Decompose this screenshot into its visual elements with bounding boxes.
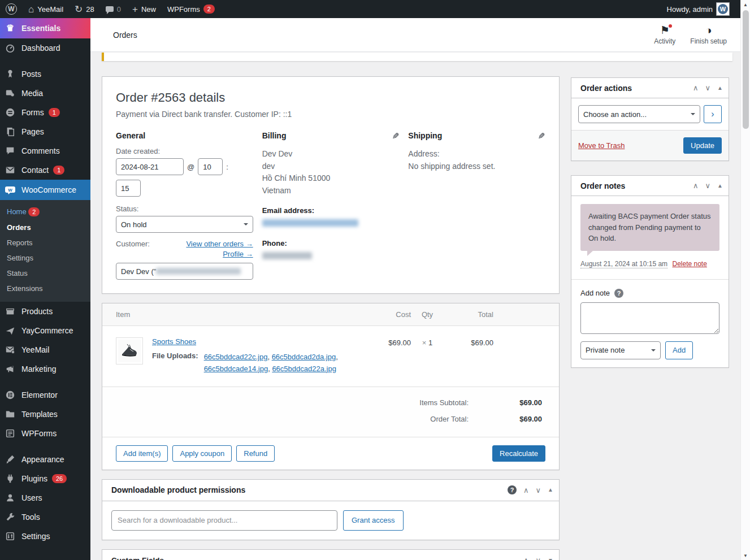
file-upload-link[interactable]: 66c5bddcad22c.jpg — [204, 353, 268, 361]
submenu-item-reports[interactable]: Reports — [0, 235, 90, 250]
user-icon — [5, 493, 16, 503]
view-other-orders-link[interactable]: View other orders → — [186, 240, 253, 248]
svg-text:W: W — [8, 188, 12, 193]
note-date[interactable]: August 21, 2024 at 10:15 am — [580, 260, 667, 268]
wordpress-logo-menu[interactable]: W — [0, 0, 23, 18]
product-link[interactable]: Sports Shoes — [152, 337, 196, 346]
wordpress-logo-icon: W — [6, 3, 17, 15]
add-note-textarea[interactable] — [580, 302, 719, 334]
finish-setup-button[interactable]: ◑ Finish setup — [690, 25, 727, 45]
downloadable-search-input[interactable] — [111, 510, 337, 531]
move-down-icon[interactable]: ∨ — [536, 487, 541, 494]
sidebar-item-marketing[interactable]: Marketing — [0, 359, 90, 379]
scrollbar[interactable]: ▲ ▼ — [740, 0, 750, 560]
wpforms-menu[interactable]: WPForms 2 — [162, 0, 220, 18]
file-upload-link[interactable]: 66c5bddcad22a.jpg — [272, 364, 336, 373]
megaphone-icon — [5, 364, 16, 374]
phone-label: Phone: — [262, 239, 400, 248]
move-down-icon[interactable]: ∨ — [705, 84, 711, 92]
customer-select[interactable]: Dev Dev (" — [116, 263, 253, 280]
sidebar-item-settings[interactable]: Settings — [0, 527, 90, 546]
profile-link[interactable]: Profile → — [186, 250, 253, 258]
collapse-icon[interactable]: ▲ — [548, 487, 553, 493]
recalculate-button[interactable]: Recalculate — [492, 445, 545, 462]
sidebar-separator — [0, 443, 90, 450]
apply-coupon-button[interactable]: Apply coupon — [172, 445, 232, 462]
activity-button[interactable]: ⚑ Activity — [654, 25, 675, 45]
order-date-input[interactable] — [116, 158, 184, 175]
file-upload-link[interactable]: 66c5bddcad2da.jpg — [272, 353, 336, 361]
move-up-icon[interactable]: ∧ — [523, 557, 529, 560]
help-icon[interactable]: ? — [508, 485, 517, 494]
order-status-select[interactable]: On hold — [116, 216, 253, 233]
comments-menu[interactable]: 0 — [100, 0, 127, 18]
add-note-help-icon[interactable]: ? — [614, 289, 623, 298]
order-hour-input[interactable] — [198, 158, 223, 175]
move-down-icon[interactable]: ∨ — [536, 557, 541, 560]
sidebar-item-woocommerce[interactable]: W WooCommerce — [0, 180, 90, 200]
sidebar-item-dashboard[interactable]: Dashboard — [0, 38, 90, 58]
order-action-select[interactable]: Choose an action... — [578, 105, 700, 123]
sidebar-item-elementor[interactable]: Elementor — [0, 385, 90, 405]
plugins-badge: 26 — [52, 474, 67, 483]
scroll-down-arrow[interactable]: ▼ — [741, 551, 750, 560]
updates-menu[interactable]: ↻ 28 — [69, 0, 100, 18]
sidebar-item-yaycommerce[interactable]: YayCommerce — [0, 321, 90, 340]
move-up-icon[interactable]: ∧ — [693, 182, 699, 189]
billing-country: Vietnam — [262, 185, 400, 197]
sidebar-item-templates[interactable]: Templates — [0, 405, 90, 424]
redacted-billing-phone — [262, 252, 312, 259]
add-note-button[interactable]: Add — [665, 341, 693, 359]
update-button[interactable]: Update — [683, 137, 722, 154]
order-total-value: $69.00 — [469, 415, 542, 423]
sidebar-item-comments[interactable]: Comments — [0, 141, 90, 160]
refund-button[interactable]: Refund — [236, 445, 275, 462]
collapse-icon[interactable]: ▼ — [548, 558, 553, 560]
sidebar-item-pages[interactable]: Pages — [0, 122, 90, 141]
sidebar-item-tools[interactable]: Tools — [0, 507, 90, 527]
sidebar-item-products[interactable]: Products — [0, 302, 90, 321]
grant-access-button[interactable]: Grant access — [343, 510, 404, 531]
scrollbar-thumb[interactable] — [743, 10, 749, 129]
sidebar-item-wpforms[interactable]: WPForms — [0, 424, 90, 443]
edit-billing-pencil-icon[interactable]: ✎ — [392, 131, 400, 141]
move-up-icon[interactable]: ∧ — [523, 487, 529, 494]
edit-shipping-pencil-icon[interactable]: ✎ — [538, 131, 545, 141]
sidebar-item-essentials[interactable]: ♛ Essentials — [0, 18, 90, 38]
sidebar-item-posts[interactable]: Posts — [0, 64, 90, 84]
submenu-item-status[interactable]: Status — [0, 266, 90, 281]
sidebar-item-media[interactable]: Media — [0, 84, 90, 103]
scroll-up-arrow[interactable]: ▲ — [741, 0, 750, 9]
move-up-icon[interactable]: ∧ — [693, 84, 699, 92]
note-type-select[interactable]: Private note — [580, 341, 661, 359]
sidebar-item-users[interactable]: Users — [0, 488, 90, 507]
submenu-item-orders[interactable]: Orders — [0, 220, 90, 235]
billing-heading: Billing — [262, 131, 287, 140]
submenu-item-extensions[interactable]: Extensions — [0, 281, 90, 296]
forms-badge: 1 — [49, 108, 60, 117]
move-to-trash-link[interactable]: Move to Trash — [578, 141, 625, 150]
dashboard-icon — [5, 43, 16, 53]
sidebar-item-appearance[interactable]: Appearance — [0, 450, 90, 469]
billing-name: Dev Dev — [262, 148, 400, 160]
site-name-menu[interactable]: ⌂ YeeMail — [23, 0, 69, 18]
sidebar-item-yeemail[interactable]: YeeMail — [0, 340, 90, 359]
sidebar-item-contact[interactable]: Contact 1 — [0, 160, 90, 180]
collapse-icon[interactable]: ▲ — [717, 183, 723, 189]
move-down-icon[interactable]: ∨ — [705, 182, 711, 189]
billing-city: Hồ Chí Minh 51000 — [262, 172, 400, 185]
new-content-menu[interactable]: + New — [127, 0, 162, 18]
my-account-menu[interactable]: Howdy, admin W — [661, 0, 735, 18]
delete-note-link[interactable]: Delete note — [672, 260, 706, 268]
apply-action-button[interactable]: › — [704, 105, 722, 123]
submenu-item-settings[interactable]: Settings — [0, 250, 90, 266]
sidebar-item-forms[interactable]: Forms 1 — [0, 103, 90, 122]
date-created-label: Date created: — [116, 147, 253, 155]
collapse-icon[interactable]: ▲ — [717, 85, 723, 91]
sidebar-item-plugins[interactable]: Plugins 26 — [0, 469, 90, 488]
submenu-item-home[interactable]: Home 2 — [0, 204, 90, 220]
add-items-button[interactable]: Add item(s) — [116, 445, 168, 462]
file-upload-link[interactable]: 66c5bddcade14.jpg — [204, 364, 268, 373]
order-minute-input[interactable] — [116, 180, 141, 197]
add-note-label: Add note — [580, 289, 610, 297]
